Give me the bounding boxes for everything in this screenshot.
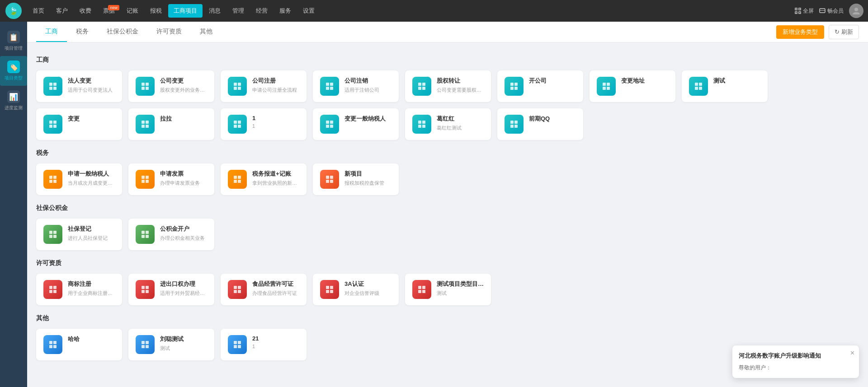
nav-item-记账[interactable]: 记账 [121,4,144,18]
card-icon [43,115,62,134]
card-icon [320,170,339,189]
svg-rect-117 [234,341,237,344]
sidebar-item-项目管理[interactable]: 📋项目管理 [0,26,27,56]
card-变更地址[interactable]: 变更地址 [590,70,675,102]
card-title: 变更地址 [621,77,668,85]
svg-rect-45 [142,121,145,124]
card-税务报道+记账[interactable]: 税务报道+记账拿到营业执照的新公司 [221,163,307,195]
sidebar-label: 项目管理 [5,45,23,51]
svg-rect-94 [146,286,149,289]
card-icon [228,170,247,189]
svg-rect-98 [238,286,241,289]
svg-rect-9 [49,83,52,86]
card-拉拉[interactable]: 拉拉 [128,108,214,140]
card-进出口权办理[interactable]: 进出口权办理适用于对外贸易经营者 [128,274,214,305]
tab-其他[interactable]: 其他 [191,22,222,42]
card-1[interactable]: 11 [221,108,307,140]
svg-rect-58 [422,121,425,124]
tab-工商[interactable]: 工商 [36,22,67,42]
nav-item-经营[interactable]: 经营 [250,4,273,18]
card-icon [136,77,155,96]
card-社保登记[interactable]: 社保登记进行人员社保登记 [36,219,122,250]
card-刘聪测试[interactable]: 刘聪测试测试 [128,329,214,360]
nav-item-消息[interactable]: 消息 [203,4,226,18]
card-葛红红[interactable]: 葛红红葛红红测试 [405,108,491,140]
card-申请一般纳税人[interactable]: 申请一般纳税人当月或次月成变更完成 [36,163,122,195]
svg-rect-115 [142,345,145,348]
sidebar-icon: 📋 [7,31,20,43]
sidebar-item-项目类型[interactable]: 🏷️项目类型 [0,56,27,86]
tab-税务[interactable]: 税务 [67,22,98,42]
nav-item-客户[interactable]: 客户 [51,4,73,18]
card-desc: 办理食品经营许可证 [252,290,299,297]
nav-item-设置[interactable]: 设置 [297,4,320,18]
svg-rect-76 [238,180,241,183]
card-desc: 办理公积金相关业务 [160,235,207,242]
svg-rect-105 [418,286,421,289]
svg-rect-92 [53,290,57,293]
svg-rect-74 [238,176,241,179]
card-法人变更[interactable]: 法人变更适用于公司变更法人 [36,70,122,102]
svg-rect-17 [234,83,237,86]
card-公司变更[interactable]: 公司变更股权变更外的业务变更 [128,70,214,102]
svg-rect-101 [326,286,329,289]
svg-rect-46 [146,121,149,124]
svg-point-8 [854,8,858,11]
tab-许可资质[interactable]: 许可资质 [147,22,191,42]
nav-item-首页[interactable]: 首页 [27,4,50,18]
card-text: 食品经营许可证办理食品经营许可证 [252,280,299,297]
card-新项目[interactable]: 新项目报税加税控盘保管 [313,163,399,195]
card-商标注册[interactable]: 商标注册用于企业商标注册服务 [36,274,122,305]
avatar[interactable] [849,4,863,18]
svg-rect-34 [607,83,610,86]
card-开公司[interactable]: 开公司 [497,70,583,102]
nav-item-报税[interactable]: 报税 [145,4,167,18]
svg-rect-119 [234,345,237,348]
member-button[interactable]: 畅会员 [819,7,844,15]
nav-item-服务[interactable]: 服务 [274,4,297,18]
card-股权转让[interactable]: 股权转让公司变更需要股权转让 [405,70,491,102]
sidebar-item-进度监测[interactable]: 📊进度监测 [0,86,27,116]
fullscreen-icon [795,8,801,14]
section-title-许可资质: 许可资质 [36,259,859,267]
nav-item-管理[interactable]: 管理 [227,4,250,18]
nav-item-工商项目[interactable]: 工商项目 [168,4,203,18]
section-title-其他: 其他 [36,314,859,322]
card-21[interactable]: 211 [221,329,307,360]
nav-item-票据[interactable]: 票据new [98,4,120,18]
svg-rect-107 [418,290,421,293]
fullscreen-button[interactable]: 全屏 [795,7,814,15]
card-icon [43,280,62,299]
card-公积金开户[interactable]: 公积金开户办理公积金相关业务 [128,219,214,250]
svg-rect-11 [49,87,52,90]
refresh-button[interactable]: ↻ 刷新 [829,25,859,39]
card-食品经营许可证[interactable]: 食品经营许可证办理食品经营许可证 [221,274,307,305]
new-type-button[interactable]: 新增业务类型 [776,25,824,39]
card-title: 开公司 [529,77,576,85]
card-公司注册[interactable]: 公司注册申请公司注册全流程 [221,70,307,102]
card-icon [597,77,616,96]
card-title: 变更 [68,115,115,123]
svg-rect-97 [234,286,237,289]
nav-item-收费[interactable]: 收费 [74,4,97,18]
card-变更[interactable]: 变更 [36,108,122,140]
card-公司注销[interactable]: 公司注销适用于注销公司 [313,70,399,102]
card-desc: 对企业信誉评级 [344,290,392,297]
card-icon [320,77,339,96]
card-测试项目类型目定义[interactable]: 测试项目类型目定义测试 [405,274,491,305]
card-text: 法人变更适用于公司变更法人 [68,77,115,93]
card-3A认证[interactable]: 3A认证对企业信誉评级 [313,274,399,305]
card-前期QQ[interactable]: 前期QQ [497,108,583,140]
card-desc: 报税加税控盘保管 [344,180,392,187]
notification-body: 尊敬的用户： [739,364,853,372]
svg-rect-50 [238,121,241,124]
svg-rect-44 [53,125,57,128]
tab-社保公积金[interactable]: 社保公积金 [98,22,147,42]
card-测试[interactable]: 测试 [682,70,768,102]
card-申请发票[interactable]: 申请发票办理申请发票业务 [128,163,214,195]
notification-close[interactable]: × [850,349,854,357]
card-text: 社保登记进行人员社保登记 [68,225,115,242]
card-title: 公司注销 [344,77,392,85]
card-哈哈[interactable]: 哈哈 [36,329,122,360]
card-变更一般纳税人[interactable]: 变更一般纳税人 [313,108,399,140]
